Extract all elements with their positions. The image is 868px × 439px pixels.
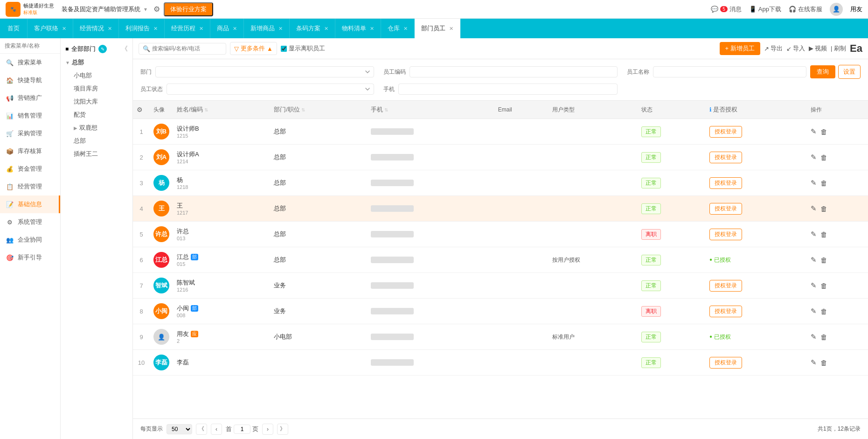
settings-button[interactable]: 设置 — [838, 65, 861, 79]
tab-add-goods[interactable]: 新增商品 ✕ — [244, 19, 290, 38]
show-resigned-input[interactable] — [281, 46, 287, 52]
auth-button[interactable]: 授权登录 — [709, 177, 742, 189]
user-avatar[interactable]: 👤 — [830, 3, 843, 16]
tab-warehouse[interactable]: 仓库 ✕ — [381, 19, 415, 38]
edit-button[interactable]: ✎ — [811, 230, 817, 238]
app-download-button[interactable]: 📱 App下载 — [749, 5, 781, 14]
avatar: 刘A — [153, 149, 169, 165]
tab-home[interactable]: 首页 — [0, 19, 28, 38]
delete-button[interactable]: 🗑 — [820, 153, 827, 161]
status-select[interactable] — [167, 84, 374, 95]
auth-button[interactable]: 授权登录 — [709, 203, 742, 215]
add-employee-button[interactable]: + 新增员工 — [720, 42, 760, 55]
filter-more-button[interactable]: ▽ 更多条件 ▲ — [230, 42, 277, 55]
sidebar-item-collab[interactable]: 👥 企业协同 — [0, 231, 60, 249]
edit-button[interactable]: ✎ — [811, 179, 817, 187]
employee-name-input[interactable] — [653, 66, 806, 77]
delete-button[interactable]: 🗑 — [820, 333, 827, 341]
show-resigned-checkbox[interactable]: 显示离职员工 — [281, 44, 325, 53]
notification-button[interactable]: 💬 5 消息 — [711, 5, 742, 14]
dept-select[interactable] — [155, 66, 374, 77]
delete-button[interactable]: 🗑 — [820, 230, 827, 238]
employee-code-input[interactable] — [410, 66, 617, 77]
tab-bom[interactable]: 物料清单 ✕ — [335, 19, 381, 38]
next-page-button[interactable]: › — [262, 424, 273, 435]
sidebar-item-finance[interactable]: 💰 资金管理 — [0, 160, 60, 178]
edit-button[interactable]: ✎ — [811, 358, 817, 367]
tab-customer[interactable]: 客户联络 ✕ — [28, 19, 73, 38]
edit-button[interactable]: ✎ — [811, 127, 817, 136]
dept-node-project[interactable]: 项目库房 — [61, 82, 132, 95]
tab-process[interactable]: 经营历程 ✕ — [165, 19, 210, 38]
cell-name: 用友 应 2 — [173, 324, 270, 350]
dept-node-xiaodian[interactable]: 小电部 — [61, 69, 132, 82]
sidebar-item-sales[interactable]: 📊 销售管理 — [0, 107, 60, 125]
delete-button[interactable]: 🗑 — [820, 282, 827, 290]
auth-button[interactable]: 授权登录 — [709, 306, 742, 317]
auth-button[interactable]: 授权登录 — [709, 280, 742, 292]
th-mobile[interactable]: 手机 ⇅ — [367, 101, 494, 119]
sidebar-item-basic[interactable]: 📝 基础信息 — [0, 195, 60, 213]
delete-button[interactable]: 🗑 — [820, 359, 827, 367]
dept-project-label: 项目库房 — [74, 84, 98, 93]
last-page-button[interactable]: 》 — [277, 424, 288, 435]
sidebar-item-inventory[interactable]: 📦 库存核算 — [0, 142, 60, 160]
sidebar-search-input[interactable] — [5, 42, 61, 49]
dept-node-chashuwang[interactable]: 插树王二 — [61, 147, 132, 160]
dept-node-root[interactable]: ▼ 总部 — [61, 56, 132, 69]
sidebar-item-system[interactable]: ⚙ 系统管理 — [0, 213, 60, 231]
sidebar-item-nav[interactable]: 🏠 快捷导航 — [0, 71, 60, 89]
tab-barcode[interactable]: 条码方案 ✕ — [290, 19, 335, 38]
sidebar-item-search[interactable]: 🔍 搜索菜单 — [0, 54, 60, 71]
search-button[interactable]: 查询 — [810, 65, 835, 78]
dept-edit-icon[interactable]: ✎ — [98, 45, 107, 53]
dept-node-shenyang[interactable]: 沈阳大库 — [61, 95, 132, 108]
edit-button[interactable]: ✎ — [811, 307, 817, 315]
edit-button[interactable]: ✎ — [811, 333, 817, 341]
online-service-button[interactable]: 🎧 在线客服 — [789, 5, 822, 14]
dept-collapse-icon[interactable]: 《 — [121, 45, 128, 53]
mobile-input[interactable] — [398, 84, 617, 95]
table-row: 10 李磊 李磊 ██████████ 正常 授权登录 ✎ 🗑 — [133, 350, 868, 376]
sidebar-item-purchase[interactable]: 🛒 采购管理 — [0, 125, 60, 142]
edit-button[interactable]: ✎ — [811, 256, 817, 264]
delete-button[interactable]: 🗑 — [820, 179, 827, 187]
delete-button[interactable]: 🗑 — [820, 307, 827, 315]
system-arrow-icon[interactable]: ▾ — [144, 6, 147, 13]
auth-button[interactable]: 授权登录 — [709, 357, 742, 369]
page-input[interactable]: 1 — [234, 425, 250, 434]
import-button[interactable]: ↙ 导入 — [786, 44, 805, 53]
tab-goods[interactable]: 商品 ✕ — [210, 19, 244, 38]
dept-node-shuanglu[interactable]: ▶ 双鹿想 — [61, 121, 132, 134]
filter-search-input[interactable] — [152, 45, 222, 52]
gear-icon[interactable]: ⚙ — [153, 5, 160, 14]
prev-page-button[interactable]: ‹ — [211, 424, 222, 435]
delete-button[interactable]: 🗑 — [820, 256, 827, 264]
tab-department[interactable]: 部门员工 ✕ — [415, 19, 460, 38]
dept-node-zongbu[interactable]: 总部 — [61, 134, 132, 147]
trial-button[interactable]: 体验行业方案 — [164, 2, 213, 16]
print-button[interactable]: | 刷制 — [831, 44, 846, 53]
auth-button[interactable]: 授权登录 — [709, 229, 742, 240]
tab-operation[interactable]: 经营情况 ✕ — [73, 19, 119, 38]
th-dept[interactable]: 部门/职位 ⇅ — [270, 101, 367, 119]
status-badge: 正常 — [641, 152, 661, 163]
edit-button[interactable]: ✎ — [811, 281, 817, 290]
edit-button[interactable]: ✎ — [811, 204, 817, 213]
view-button[interactable]: ▶ 视频 — [809, 44, 827, 53]
delete-button[interactable]: 🗑 — [820, 205, 827, 213]
sidebar-item-biz[interactable]: 📋 经营管理 — [0, 178, 60, 195]
col-settings-icon[interactable]: ⚙ — [137, 106, 143, 113]
dept-node-peihuo[interactable]: 配货 — [61, 108, 132, 121]
sidebar-item-marketing[interactable]: 📢 营销推广 — [0, 89, 60, 107]
edit-button[interactable]: ✎ — [811, 153, 817, 161]
first-page-button[interactable]: 《 — [196, 424, 207, 435]
sidebar-item-guide[interactable]: 🎯 新手引导 — [0, 249, 60, 266]
delete-button[interactable]: 🗑 — [820, 128, 827, 136]
auth-button[interactable]: 授权登录 — [709, 152, 742, 163]
auth-button[interactable]: 授权登录 — [709, 126, 742, 138]
tab-profit[interactable]: 利润报告 ✕ — [119, 19, 165, 38]
th-name[interactable]: 姓名/编码 ⇅ — [173, 101, 270, 119]
per-page-select[interactable]: 50 20 100 — [167, 424, 192, 434]
export-button[interactable]: ↗ 导出 — [764, 44, 783, 53]
